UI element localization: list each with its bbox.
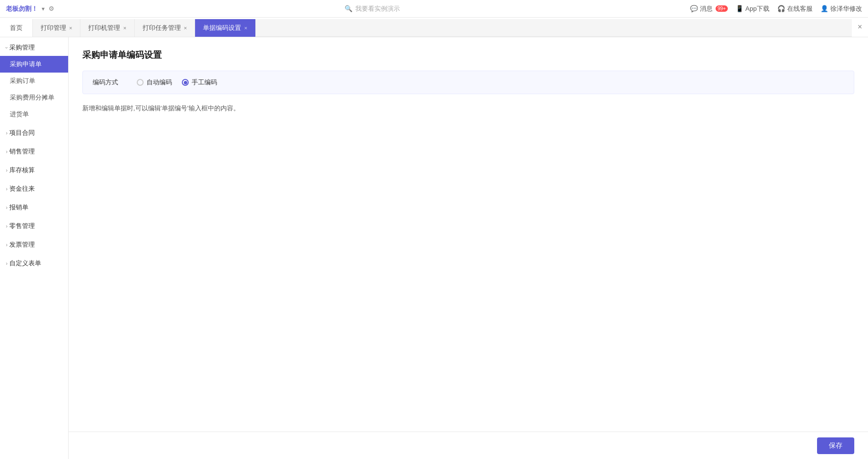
radio-manual-circle	[182, 79, 189, 86]
top-bar: 老板勿割！ ⚙ 🔍 我要看实例演示 💬 消息 99+ 📱 App下载 🎧 在线客…	[0, 0, 868, 18]
user-button[interactable]: 👤 徐泽华修改	[820, 4, 862, 13]
app-download-icon: 📱	[736, 5, 744, 12]
sidebar-group-purchase-label: 采购管理	[9, 43, 35, 52]
tab-print-task[interactable]: 打印任务管理 ×	[135, 19, 195, 37]
sidebar-group-purchase: › 采购管理 采购申请单 采购订单 采购费用分摊单 进货单	[0, 39, 68, 123]
sidebar-group-returns-header[interactable]: › 报销单	[0, 199, 68, 216]
tab-print-mgmt[interactable]: 打印管理 ×	[33, 19, 80, 37]
sidebar-group-retail: › 零售管理	[0, 218, 68, 234]
sidebar-group-returns: › 报销单	[0, 199, 68, 216]
user-avatar-icon: 👤	[820, 5, 828, 12]
sidebar-group-invoice-header[interactable]: › 发票管理	[0, 236, 68, 253]
content-footer: 保存	[69, 432, 868, 459]
sidebar-group-sales: › 销售管理	[0, 143, 68, 160]
message-label: 消息	[700, 4, 713, 13]
sidebar-group-project-header[interactable]: › 项目合同	[0, 125, 68, 141]
sidebar-group-fund-label: 资金往来	[9, 184, 35, 193]
tab-close-all-icon[interactable]: ×	[858, 23, 862, 31]
tab-home[interactable]: 首页	[0, 19, 33, 37]
sidebar-item-purchase-expense[interactable]: 采购费用分摊单	[0, 89, 68, 106]
sidebar-item-purchase-request-label: 采购申请单	[10, 60, 42, 68]
sidebar-item-purchase-order-label: 采购订单	[10, 77, 35, 84]
top-bar-right: 💬 消息 99+ 📱 App下载 🎧 在线客服 👤 徐泽华修改	[690, 4, 862, 13]
tab-print-mgmt-label: 打印管理	[41, 24, 66, 32]
search-icon: 🔍	[345, 5, 352, 12]
radio-manual-label: 手工编码	[192, 78, 217, 87]
tab-print-mgmt-close[interactable]: ×	[69, 25, 72, 31]
chevron-right-icon-8: ›	[6, 261, 7, 266]
tab-printer-mgmt-close[interactable]: ×	[123, 25, 126, 31]
sidebar-item-purchase-request[interactable]: 采购申请单	[0, 56, 68, 73]
online-service-label: 在线客服	[787, 4, 813, 13]
content-area: 采购申请单编码设置 编码方式 自动编码 手工编码	[69, 37, 868, 459]
app-download-button[interactable]: 📱 App下载	[736, 4, 769, 13]
sidebar-group-inventory-header[interactable]: › 库存核算	[0, 162, 68, 178]
encoding-section: 编码方式 自动编码 手工编码	[82, 71, 854, 94]
chevron-down-icon: ›	[4, 47, 9, 48]
message-badge: 99+	[716, 5, 728, 12]
sidebar-group-sales-label: 销售管理	[9, 147, 35, 156]
tab-printer-mgmt[interactable]: 打印机管理 ×	[80, 19, 134, 37]
tab-printer-mgmt-label: 打印机管理	[88, 24, 120, 32]
sidebar-group-project-label: 项目合同	[9, 128, 35, 137]
main-layout: › 采购管理 采购申请单 采购订单 采购费用分摊单 进货单 › 项目合同	[0, 37, 868, 459]
sidebar-group-custom-form-label: 自定义表单	[9, 259, 41, 268]
tab-bar: 首页 打印管理 × 打印机管理 × 打印任务管理 × 单据编码设置 × ×	[0, 18, 868, 37]
chevron-right-icon-3: ›	[6, 168, 7, 173]
sidebar-group-custom-form: › 自定义表单	[0, 255, 68, 272]
radio-auto-label: 自动编码	[147, 78, 172, 87]
chevron-right-icon-4: ›	[6, 186, 7, 192]
sidebar-item-stock-in[interactable]: 进货单	[0, 106, 68, 123]
sidebar-group-purchase-header[interactable]: › 采购管理	[0, 39, 68, 56]
tab-print-task-close[interactable]: ×	[184, 25, 187, 31]
encoding-label: 编码方式	[93, 78, 122, 87]
tab-print-task-label: 打印任务管理	[143, 24, 181, 32]
tab-barcode-setting[interactable]: 单据编码设置 ×	[195, 19, 255, 37]
chevron-right-icon-2: ›	[6, 149, 7, 154]
online-service-button[interactable]: 🎧 在线客服	[777, 4, 813, 13]
search-placeholder-text: 我要看实例演示	[355, 4, 400, 13]
sidebar-group-inventory-label: 库存核算	[9, 166, 35, 175]
top-bar-search[interactable]: 🔍 我要看实例演示	[345, 4, 400, 13]
online-service-icon: 🎧	[777, 5, 785, 12]
chevron-right-icon: ›	[6, 130, 7, 136]
page-title: 采购申请单编码设置	[82, 49, 854, 61]
radio-auto-encoding[interactable]: 自动编码	[137, 78, 172, 87]
dropdown-icon[interactable]	[42, 5, 45, 12]
sidebar: › 采购管理 采购申请单 采购订单 采购费用分摊单 进货单 › 项目合同	[0, 37, 69, 459]
app-logo[interactable]: 老板勿割！	[6, 4, 38, 13]
app-download-label: App下载	[745, 4, 769, 13]
top-bar-left: 老板勿割！ ⚙	[6, 4, 54, 13]
tab-barcode-setting-label: 单据编码设置	[203, 24, 241, 32]
sidebar-group-retail-label: 零售管理	[9, 222, 35, 230]
content-inner: 采购申请单编码设置 编码方式 自动编码 手工编码	[69, 37, 868, 432]
tab-home-label: 首页	[10, 24, 23, 32]
message-icon: 💬	[690, 5, 698, 12]
sidebar-group-returns-label: 报销单	[9, 203, 28, 212]
sidebar-group-fund: › 资金往来	[0, 180, 68, 197]
chevron-right-icon-5: ›	[6, 205, 7, 210]
save-button[interactable]: 保存	[817, 437, 854, 454]
sidebar-item-purchase-expense-label: 采购费用分摊单	[10, 94, 54, 101]
radio-manual-encoding[interactable]: 手工编码	[182, 78, 217, 87]
sidebar-group-inventory: › 库存核算	[0, 162, 68, 178]
sidebar-group-invoice: › 发票管理	[0, 236, 68, 253]
sidebar-group-project: › 项目合同	[0, 125, 68, 141]
sidebar-group-custom-form-header[interactable]: › 自定义表单	[0, 255, 68, 272]
sidebar-group-sales-header[interactable]: › 销售管理	[0, 143, 68, 160]
settings-icon[interactable]: ⚙	[49, 5, 54, 12]
hint-text: 新增和编辑单据时,可以编辑'单据编号'输入框中的内容。	[82, 104, 854, 113]
sidebar-group-fund-header[interactable]: › 资金往来	[0, 180, 68, 197]
encoding-radio-group: 自动编码 手工编码	[137, 78, 217, 87]
tab-barcode-setting-close[interactable]: ×	[244, 25, 247, 31]
chevron-right-icon-7: ›	[6, 242, 7, 248]
message-button[interactable]: 💬 消息 99+	[690, 4, 728, 13]
sidebar-group-retail-header[interactable]: › 零售管理	[0, 218, 68, 234]
user-name: 徐泽华修改	[830, 4, 862, 13]
chevron-right-icon-6: ›	[6, 224, 7, 229]
sidebar-group-invoice-label: 发票管理	[9, 240, 35, 249]
radio-auto-circle	[137, 79, 144, 86]
sidebar-item-purchase-order[interactable]: 采购订单	[0, 73, 68, 89]
sidebar-item-stock-in-label: 进货单	[10, 110, 29, 118]
